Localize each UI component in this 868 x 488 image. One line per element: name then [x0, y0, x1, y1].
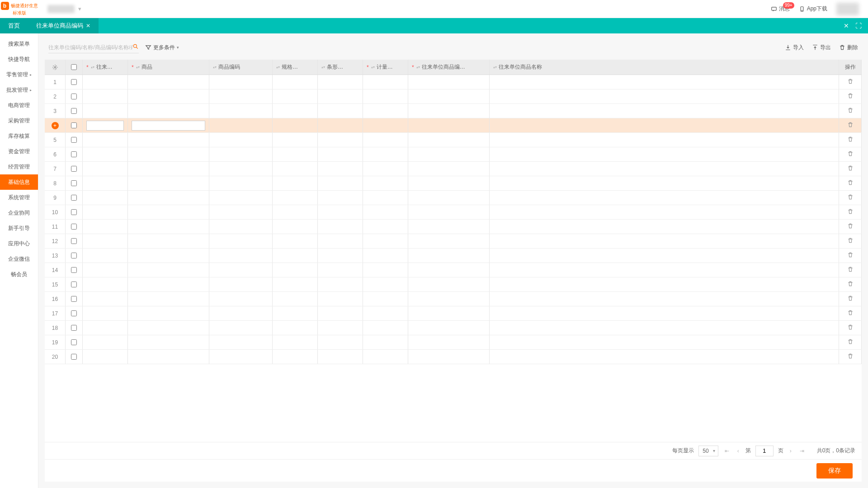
cell-c[interactable] [209, 75, 273, 89]
cell-d[interactable] [273, 147, 318, 161]
cell-b[interactable] [128, 75, 209, 89]
cell-e[interactable] [318, 321, 363, 335]
cell-g[interactable] [408, 263, 490, 277]
cell-f[interactable] [363, 75, 408, 89]
cell-a[interactable] [83, 249, 128, 263]
cell-d[interactable] [273, 205, 318, 219]
cell-h[interactable] [490, 277, 839, 291]
row-delete-button[interactable] [847, 122, 854, 129]
table-row[interactable]: 17 [45, 306, 862, 321]
row-checkbox[interactable] [71, 238, 77, 244]
cell-f[interactable] [363, 306, 408, 320]
cell-d[interactable] [273, 220, 318, 234]
cell-d[interactable] [273, 176, 318, 190]
sidebar-item-5[interactable]: 采购管理 [0, 113, 38, 128]
row-checkbox[interactable] [71, 108, 77, 114]
cell-f[interactable] [363, 118, 408, 132]
cell-g[interactable] [408, 350, 490, 364]
cell-d[interactable] [273, 234, 318, 248]
cell-e[interactable] [318, 162, 363, 176]
cell-h[interactable] [490, 249, 839, 263]
row-delete-button[interactable] [847, 353, 854, 361]
cell-c[interactable] [209, 89, 273, 103]
cell-f[interactable] [363, 249, 408, 263]
cell-b[interactable] [128, 306, 209, 320]
table-row[interactable]: 3 [45, 104, 862, 118]
page-first-button[interactable]: ⇤ [723, 448, 731, 454]
table-row[interactable]: 5 [45, 133, 862, 147]
column-spec[interactable]: ▴▾规格… [273, 60, 318, 75]
cell-b[interactable] [128, 234, 209, 248]
sidebar-item-10[interactable]: 系统管理 [0, 190, 38, 205]
sidebar-item-15[interactable]: 畅会员 [0, 267, 38, 282]
cell-d[interactable] [273, 118, 318, 132]
row-delete-button[interactable] [847, 266, 854, 274]
cell-b[interactable] [128, 220, 209, 234]
cell-h[interactable] [490, 191, 839, 205]
table-row[interactable]: 13 [45, 249, 862, 263]
cell-c[interactable] [209, 118, 273, 132]
row-checkbox[interactable] [71, 224, 77, 230]
cell-e[interactable] [318, 335, 363, 349]
cell-c[interactable] [209, 220, 273, 234]
cell-b[interactable] [128, 191, 209, 205]
cell-g[interactable] [408, 118, 490, 132]
cell-a[interactable] [83, 321, 128, 335]
cell-g[interactable] [408, 176, 490, 190]
cell-a[interactable] [83, 104, 128, 118]
cell-d[interactable] [273, 263, 318, 277]
page-last-button[interactable]: ⇥ [798, 448, 806, 454]
page-prev-button[interactable]: ‹ [736, 448, 741, 454]
cell-input[interactable] [86, 121, 124, 131]
cell-e[interactable] [318, 350, 363, 364]
cell-e[interactable] [318, 176, 363, 190]
row-checkbox[interactable] [71, 253, 77, 258]
cell-a[interactable] [83, 220, 128, 234]
row-delete-button[interactable] [847, 194, 854, 202]
import-button[interactable]: 导入 [785, 44, 804, 52]
cell-c[interactable] [209, 321, 273, 335]
column-settings[interactable] [45, 60, 66, 75]
column-product[interactable]: ▴▾商品 [128, 60, 209, 75]
table-row[interactable]: 8 [45, 176, 862, 191]
row-checkbox[interactable] [71, 166, 77, 172]
page-input[interactable] [755, 446, 774, 456]
cell-h[interactable] [490, 220, 839, 234]
cell-g[interactable] [408, 321, 490, 335]
cell-e[interactable] [318, 205, 363, 219]
cell-h[interactable] [490, 292, 839, 306]
cell-d[interactable] [273, 321, 318, 335]
table-row[interactable]: 2 [45, 89, 862, 104]
column-partner[interactable]: ▴▾往来… [83, 60, 128, 75]
column-partner-code[interactable]: ▴▾往来单位商品编… [408, 60, 490, 75]
cell-d[interactable] [273, 75, 318, 89]
cell-c[interactable] [209, 104, 273, 118]
select-all-checkbox[interactable] [71, 64, 77, 70]
cell-b[interactable] [128, 162, 209, 176]
cell-a[interactable] [83, 292, 128, 306]
sidebar-item-4[interactable]: 电商管理 [0, 98, 38, 113]
row-checkbox[interactable] [71, 282, 77, 287]
tab-close-icon[interactable]: ✕ [86, 23, 90, 29]
row-delete-button[interactable] [847, 107, 854, 115]
cell-c[interactable] [209, 263, 273, 277]
sidebar-item-8[interactable]: 经营管理 [0, 159, 38, 174]
cell-g[interactable] [408, 104, 490, 118]
org-dropdown[interactable]: ▾ [47, 5, 81, 13]
row-delete-button[interactable] [847, 208, 854, 216]
table-row[interactable]: 19 [45, 335, 862, 350]
cell-h[interactable] [490, 205, 839, 219]
table-row[interactable]: 18 [45, 321, 862, 335]
cell-d[interactable] [273, 277, 318, 291]
cell-f[interactable] [363, 162, 408, 176]
sidebar-item-14[interactable]: 企业微信 [0, 251, 38, 267]
avatar-blurred[interactable] [836, 3, 859, 15]
row-checkbox[interactable] [71, 209, 77, 215]
cell-h[interactable] [490, 263, 839, 277]
row-delete-button[interactable] [847, 237, 854, 245]
cell-a[interactable] [83, 147, 128, 161]
cell-g[interactable] [408, 191, 490, 205]
cell-f[interactable] [363, 176, 408, 190]
row-delete-button[interactable] [847, 295, 854, 303]
cell-b[interactable] [128, 147, 209, 161]
